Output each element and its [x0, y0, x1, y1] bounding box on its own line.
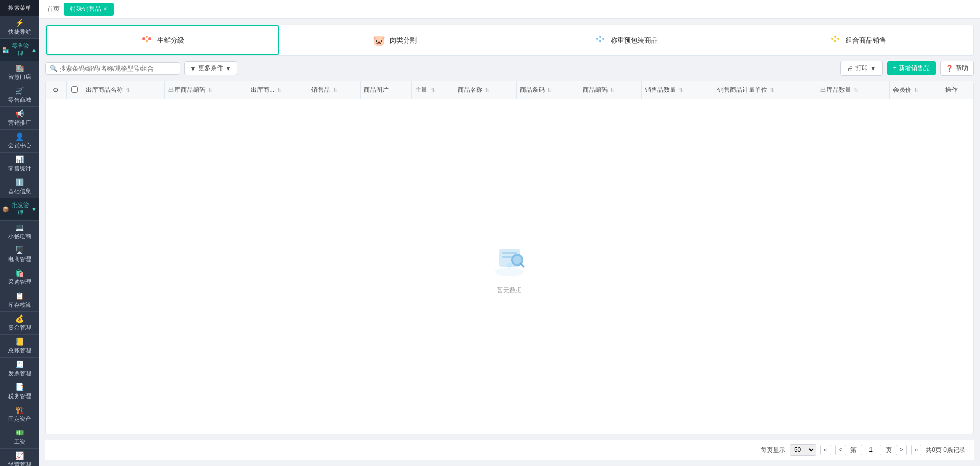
sort-icon-product-name[interactable]: ⇅ — [485, 87, 489, 93]
main-area: 首页 特殊销售品 ✕ 生鲜分级 � — [39, 0, 980, 466]
th-barcode: 商品条码 ⇅ — [517, 81, 579, 99]
sidebar-item-salary[interactable]: 💵 工资 — [0, 426, 39, 449]
tab-fresh[interactable]: 生鲜分级 — [46, 25, 279, 55]
th-img: 商品图片 — [361, 81, 412, 99]
tab-combo[interactable]: 组合商品销售 — [742, 25, 974, 55]
topbar-home[interactable]: 首页 — [47, 5, 60, 13]
sort-icon-out-name[interactable]: ⇅ — [126, 87, 130, 93]
tax-icon: 📑 — [15, 383, 24, 391]
filter-button[interactable]: ▼ 更多条件 ▼ — [184, 61, 237, 75]
sort-icon-product-code[interactable]: ⇅ — [610, 87, 614, 93]
sidebar-item-retail-mall[interactable]: 🛒 零售商城 — [0, 84, 39, 107]
sidebar-item-tax[interactable]: 📑 税务管理 — [0, 380, 39, 403]
svg-point-11 — [834, 40, 836, 42]
quick-nav-icon: ⚡ — [15, 19, 24, 27]
fixed-assets-icon: 🏗️ — [15, 406, 24, 414]
salary-icon: 💵 — [15, 429, 24, 437]
sort-icon-barcode[interactable]: ⇅ — [547, 87, 551, 93]
sort-icon-out-code[interactable]: ⇅ — [208, 87, 212, 93]
setting-icon: ⚙ — [53, 87, 59, 94]
first-page-button[interactable]: « — [820, 445, 831, 455]
sidebar-item-ecommerce-mgmt[interactable]: 🖥️ 电商管理 — [0, 243, 39, 266]
weight-icon — [594, 34, 606, 47]
sidebar-item-ledger[interactable]: 📒 总账管理 — [0, 335, 39, 358]
th-sale-unit: 销售商品计量单位 ⇅ — [714, 81, 817, 99]
last-page-button[interactable]: » — [911, 445, 922, 455]
marketing-icon: 📢 — [15, 109, 24, 118]
sidebar-item-quick-nav[interactable]: ⚡ 快捷导航 — [0, 16, 39, 39]
sidebar-item-members[interactable]: 👤 会员中心 — [0, 130, 39, 153]
page-input[interactable] — [861, 445, 881, 455]
sidebar-item-purchase[interactable]: 🛍️ 采购管理 — [0, 266, 39, 289]
sidebar-item-basic-info-1[interactable]: ℹ️ 基础信息 — [0, 175, 39, 198]
total-text: 共0页 0条记录 — [926, 446, 965, 455]
next-page-button[interactable]: > — [896, 445, 907, 455]
svg-point-4 — [596, 38, 598, 40]
sidebar-item-invoice[interactable]: 🧾 发票管理 — [0, 358, 39, 380]
retail-stats-icon: 📊 — [15, 155, 24, 163]
retail-icon: 🏪 — [2, 47, 9, 53]
sidebar-item-business-mgmt[interactable]: 📈 经营管理 — [0, 449, 39, 466]
select-all-checkbox[interactable] — [71, 86, 78, 93]
th-setting[interactable]: ⚙ — [46, 81, 66, 99]
sort-icon-weight[interactable]: ⇅ — [431, 87, 435, 93]
th-product-code: 商品编码 ⇅ — [579, 81, 641, 99]
sort-icon-out-qty[interactable]: ⇅ — [854, 87, 858, 93]
search-input[interactable] — [60, 65, 174, 72]
ecommerce-mgmt-icon: 🖥️ — [15, 246, 24, 254]
th-out-code: 出库商品编码 ⇅ — [164, 81, 247, 99]
tab-close-icon[interactable]: ✕ — [103, 6, 107, 12]
pagination: 每页显示 50 10 20 100 « < 第 页 > » 共0页 0条记录 — [45, 440, 974, 460]
svg-point-10 — [837, 38, 839, 40]
th-sale-qty: 销售品数量 ⇅ — [642, 81, 714, 99]
sort-icon-member-price[interactable]: ⇅ — [914, 87, 918, 93]
empty-state: 暂无数据 — [46, 99, 973, 434]
th-action: 操作 — [942, 81, 973, 99]
sort-icon-sale-item[interactable]: ⇅ — [333, 87, 337, 93]
sort-icon-sale-unit[interactable]: ⇅ — [770, 87, 774, 93]
sidebar-search[interactable]: 搜索菜单 — [0, 0, 39, 16]
sidebar-item-wholesale[interactable]: 📦 批发管理 ▼ — [0, 198, 39, 221]
sort-icon-out-spec[interactable]: ⇅ — [277, 87, 281, 93]
prev-page-button[interactable]: < — [835, 445, 846, 455]
print-button[interactable]: 🖨 打印 ▼ — [840, 61, 883, 76]
sidebar-item-retail[interactable]: 🏪 零售管理 ▲ — [0, 39, 39, 61]
svg-rect-14 — [502, 252, 517, 254]
page-label: 第 — [850, 446, 857, 455]
th-checkbox[interactable] — [66, 81, 82, 99]
per-page-select[interactable]: 50 10 20 100 — [790, 444, 816, 456]
empty-illustration — [489, 238, 530, 280]
topbar-active-tab[interactable]: 特殊销售品 ✕ — [64, 3, 114, 16]
add-product-button[interactable]: + 新增销售品 — [887, 61, 936, 75]
svg-point-2 — [148, 37, 151, 40]
svg-point-1 — [146, 36, 148, 38]
sidebar-item-fixed-assets[interactable]: 🏗️ 固定资产 — [0, 403, 39, 426]
product-table: ⚙ 出库商品名称 ⇅ 出库商品编码 ⇅ — [46, 81, 973, 99]
sort-icon-sale-qty[interactable]: ⇅ — [679, 87, 683, 93]
smart-store-icon: 🏬 — [15, 64, 24, 72]
help-icon: ❓ — [946, 65, 954, 72]
sidebar-item-finance[interactable]: 💰 资金管理 — [0, 312, 39, 335]
sidebar-item-smart-store[interactable]: 🏬 智慧门店 — [0, 61, 39, 84]
ecommerce-small-icon: 💻 — [15, 223, 24, 231]
sidebar-item-inventory[interactable]: 📋 库存核算 — [0, 289, 39, 312]
th-out-spec: 出库商... ⇅ — [247, 81, 308, 99]
sidebar-item-retail-stats[interactable]: 📊 零售统计 — [0, 153, 39, 175]
tab-weight[interactable]: 称重预包装商品 — [510, 25, 742, 55]
sidebar-item-marketing[interactable]: 📢 营销推广 — [0, 107, 39, 130]
svg-point-0 — [142, 37, 145, 40]
basic-info-1-icon: ℹ️ — [15, 178, 24, 186]
sidebar-item-ecommerce-small[interactable]: 💻 小畅电商 — [0, 221, 39, 243]
svg-point-5 — [599, 36, 601, 38]
sidebar: 搜索菜单 ⚡ 快捷导航 🏪 零售管理 ▲ 🏬 智慧门店 🛒 零售商城 📢 营销推… — [0, 0, 39, 466]
type-tabs: 生鲜分级 🐷 肉类分割 称重预包装商品 — [45, 25, 974, 56]
help-button[interactable]: ❓ 帮助 — [940, 61, 974, 76]
svg-point-9 — [834, 36, 836, 38]
ledger-icon: 📒 — [15, 337, 24, 346]
wholesale-icon: 📦 — [2, 206, 9, 213]
inventory-icon: 📋 — [15, 292, 24, 300]
tab-meat[interactable]: 🐷 肉类分割 — [279, 25, 511, 55]
th-weight: 主量 ⇅ — [412, 81, 454, 99]
combo-icon — [829, 34, 841, 47]
search-box[interactable]: 🔍 — [45, 62, 180, 75]
